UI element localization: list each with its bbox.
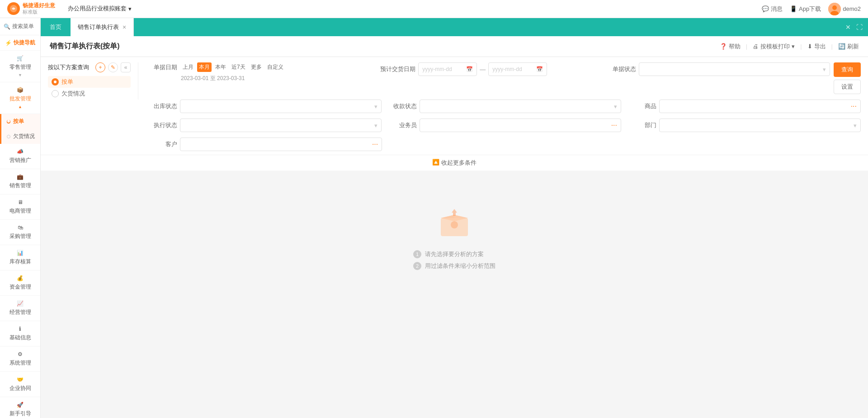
doc-title: 办公用品行业模拟账套 xyxy=(68,5,127,13)
customer-input[interactable]: ··· xyxy=(180,138,382,151)
customer-field: 客户 ··· xyxy=(146,138,382,151)
filter-panel: 按以下方案查询 + ✎ « 按单 xyxy=(41,57,868,171)
status-select[interactable]: ▾ xyxy=(639,62,830,76)
print-button[interactable]: 🖨 按模板打印 ▾ xyxy=(753,43,795,51)
sales-icon: 💼 xyxy=(17,174,24,180)
outbound-chevron-icon: ▾ xyxy=(374,103,377,110)
customer-label: 客户 xyxy=(146,140,177,148)
receipt-select[interactable]: ▾ xyxy=(420,100,621,113)
refresh-button[interactable]: 🔄 刷新 xyxy=(838,43,859,51)
collapse-filter-button[interactable]: 🔼 收起更多条件 xyxy=(41,155,868,171)
collapse-left-button[interactable]: « xyxy=(121,62,131,72)
customer-dots-icon[interactable]: ··· xyxy=(372,140,378,148)
date-range-display: 2023-03-01 至 2023-03-31 xyxy=(146,74,371,82)
product-dots-icon[interactable]: ··· xyxy=(851,102,857,110)
export-button[interactable]: ⬇ 导出 xyxy=(807,43,826,51)
salesperson-input[interactable]: ··· xyxy=(420,119,621,132)
marketing-label: 营销推广 xyxy=(9,157,31,164)
sidebar-item-business[interactable]: 📈 经营管理 xyxy=(0,296,40,321)
window-maximize-icon[interactable]: ⛶ xyxy=(856,24,863,31)
doc-selector[interactable]: 办公用品行业模拟账套 ▾ xyxy=(68,5,132,13)
marketing-icon: 📣 xyxy=(17,148,24,155)
search-icon: 🔍 xyxy=(4,24,10,30)
calendar-from-icon[interactable]: 📅 xyxy=(466,66,473,72)
query-button[interactable]: 查询 xyxy=(834,62,861,77)
plan-item-debt[interactable]: 欠货情况 xyxy=(48,88,131,100)
filter-row-4: 客户 ··· xyxy=(146,138,861,151)
date-tab-more[interactable]: 更多 xyxy=(249,62,264,72)
empty-tip-1: 1 请先选择要分析的方案 xyxy=(413,250,495,258)
collapse-label: 收起更多条件 xyxy=(441,159,476,167)
date-field-group: 单据日期 上月 本月 本年 近7天 更多 自定义 xyxy=(146,62,371,82)
filter-left-panel: 按以下方案查询 + ✎ « 按单 xyxy=(48,62,138,100)
product-label: 商品 xyxy=(625,102,656,110)
date-tab-lastmonth[interactable]: 上月 xyxy=(181,62,195,72)
expected-to-placeholder: yyyy-mm-dd xyxy=(492,66,522,72)
search-label: 搜索菜单 xyxy=(12,23,34,30)
avatar xyxy=(828,3,841,15)
date-tab-7days[interactable]: 近7天 xyxy=(230,62,247,72)
search-menu-button[interactable]: 🔍 搜索菜单 xyxy=(0,18,40,35)
empty-state: 1 请先选择要分析的方案 2 用过滤条件来缩小分析范围 xyxy=(41,171,868,297)
help-button[interactable]: ❓ 帮助 xyxy=(720,43,741,51)
divider-2: | xyxy=(800,43,802,50)
help-icon: ❓ xyxy=(720,43,727,50)
plan-active-dot xyxy=(52,78,59,86)
message-label: 消息 xyxy=(771,5,783,13)
sidebar-item-enterprise[interactable]: 🤝 企业协同 xyxy=(0,372,40,397)
active-dot xyxy=(7,120,10,124)
date-separator: — xyxy=(480,66,486,73)
page-header-actions: ❓ 帮助 | 🖨 按模板打印 ▾ | ⬇ 导出 | xyxy=(720,43,859,51)
help-label: 帮助 xyxy=(729,43,741,51)
product-input[interactable]: ··· xyxy=(659,100,861,113)
tab-close-icon[interactable]: × xyxy=(123,24,126,31)
exec-select[interactable]: ▾ xyxy=(180,119,382,132)
page-content: 销售订单执行表(按单) ❓ 帮助 | 🖨 按模板打印 ▾ | ⬇ xyxy=(41,36,868,418)
product-field: 商品 ··· xyxy=(625,100,861,113)
sidebar-item-system[interactable]: ⚙ 系统管理 xyxy=(0,347,40,372)
retail-icon: 🛒 xyxy=(17,55,24,62)
plan-presale-label: 按单 xyxy=(61,78,73,86)
tip-num-2: 2 xyxy=(413,262,421,270)
user-menu[interactable]: demo2 xyxy=(828,3,861,15)
expected-date-from-input[interactable]: yyyy-mm-dd 📅 xyxy=(418,62,477,76)
sidebar-item-purchase[interactable]: 🛍 采购管理 xyxy=(0,220,40,245)
tab-home[interactable]: 首页 xyxy=(41,18,71,36)
plan-item-presale[interactable]: 按单 xyxy=(48,76,131,88)
sidebar-item-retail[interactable]: 🛒 零售管理 xyxy=(0,51,40,82)
window-close-icon[interactable]: ✕ xyxy=(845,24,851,31)
add-plan-button[interactable]: + xyxy=(95,62,105,72)
sidebar-item-guide[interactable]: 🚀 新手引导 xyxy=(0,397,40,418)
sidebar-item-quicknav[interactable]: ⚡ 快捷导航 xyxy=(0,35,40,51)
sidebar-item-sales[interactable]: 💼 销售管理 xyxy=(0,169,40,195)
wholesale-submenu: 按单 欠货情况 xyxy=(0,114,40,144)
outbound-select[interactable]: ▾ xyxy=(180,100,382,113)
sidebar-item-wholesale[interactable]: 📦 批发管理 xyxy=(0,82,40,114)
date-tab-thismonth[interactable]: 本月 xyxy=(197,62,212,72)
dept-select[interactable]: ▾ xyxy=(659,119,861,132)
presale-label: 按单 xyxy=(13,118,24,125)
sidebar-sub-item-presale[interactable]: 按单 xyxy=(1,114,40,129)
svg-point-5 xyxy=(451,221,458,228)
basic-icon: ℹ xyxy=(19,326,21,332)
salesperson-dots-icon[interactable]: ··· xyxy=(611,121,617,129)
basic-label: 基础信息 xyxy=(9,334,31,342)
sidebar-item-basic[interactable]: ℹ 基础信息 xyxy=(0,321,40,347)
svg-point-2 xyxy=(832,5,837,10)
sidebar-item-ecommerce[interactable]: 🖥 电商管理 xyxy=(0,195,40,220)
sidebar-item-marketing[interactable]: 📣 营销推广 xyxy=(0,144,40,169)
edit-plan-button[interactable]: ✎ xyxy=(108,62,118,72)
date-tab-thisyear[interactable]: 本年 xyxy=(213,62,228,72)
sidebar-item-finance[interactable]: 💰 资金管理 xyxy=(0,271,40,296)
tab-sales-order[interactable]: 销售订单执行表 × xyxy=(71,18,134,36)
calendar-to-icon[interactable]: 📅 xyxy=(536,66,543,72)
plan-debt-label: 欠货情况 xyxy=(61,90,85,98)
message-button[interactable]: 💬 消息 xyxy=(762,5,783,13)
date-tab-custom[interactable]: 自定义 xyxy=(265,62,285,72)
app-download-button[interactable]: 📱 App下载 xyxy=(790,5,821,13)
sidebar-item-inventory[interactable]: 📊 库存核算 xyxy=(0,245,40,271)
chevron-down-icon: ▾ xyxy=(128,5,132,12)
expected-date-to-input[interactable]: yyyy-mm-dd 📅 xyxy=(488,62,547,76)
settings-button[interactable]: 设置 xyxy=(834,80,861,94)
sidebar-sub-item-debt[interactable]: 欠货情况 xyxy=(1,129,40,144)
